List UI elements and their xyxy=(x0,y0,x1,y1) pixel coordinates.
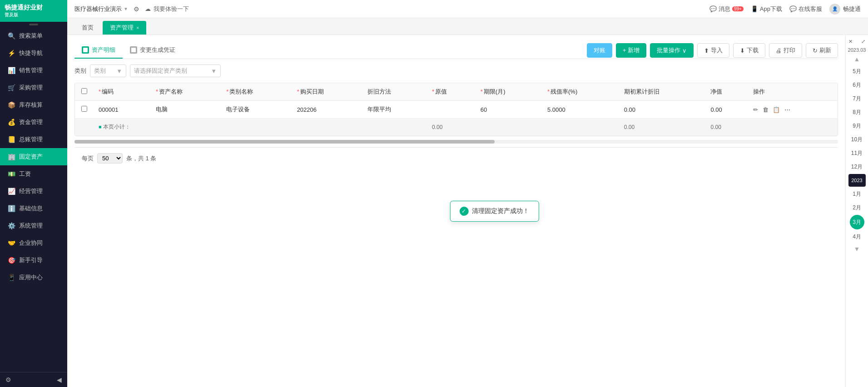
sub-tabs-left: 资产明细 变更生成凭证 xyxy=(74,42,183,59)
refresh-icon: ↻ xyxy=(813,47,818,54)
calendar-month-12[interactable]: 12月 xyxy=(849,160,865,173)
category-filter-input[interactable]: 请选择固定资产类别 ▼ xyxy=(130,64,221,77)
finance-icon: 💰 xyxy=(7,118,15,126)
more-icon[interactable]: ⋯ xyxy=(784,106,790,113)
toolbar-right: 对账 + 新增 批量操作 ∨ ⬆ 导入 ⬇ 下载 xyxy=(587,43,838,58)
user-info[interactable]: 👤 畅捷通 xyxy=(829,4,861,15)
pagination: 每页 50 100 200 条，共 1 条 xyxy=(74,147,838,169)
company-selector[interactable]: 医疗器械行业演示 ▼ xyxy=(74,5,128,13)
sidebar-item-guide[interactable]: 🎯 新手引导 xyxy=(0,252,67,269)
calendar-month-8[interactable]: 8月 xyxy=(849,106,865,119)
tab-home-label: 首页 xyxy=(82,24,94,32)
sidebar-item-system[interactable]: ⚙️ 系统管理 xyxy=(0,217,67,234)
download-button[interactable]: ⬇ 下载 xyxy=(733,43,765,58)
delete-icon[interactable]: 🗑 xyxy=(763,106,769,113)
th-term: *期限(月) xyxy=(475,83,542,101)
th-initial-depreciation: 期初累计折旧 xyxy=(619,83,705,101)
calendar-month-9[interactable]: 9月 xyxy=(849,119,865,132)
calendar-month-11[interactable]: 11月 xyxy=(849,147,865,159)
message-label: 消息 xyxy=(719,5,730,13)
online-service-action[interactable]: 💬 在线客服 xyxy=(789,5,822,13)
row-checkbox[interactable] xyxy=(81,106,87,112)
sidebar-item-operations[interactable]: 📈 经营管理 xyxy=(0,183,67,200)
tab-home[interactable]: 首页 xyxy=(74,21,101,35)
sidebar-item-search[interactable]: 🔍 搜索菜单 xyxy=(0,27,67,45)
batch-chevron-icon: ∨ xyxy=(682,47,687,54)
sidebar-item-payroll[interactable]: 💵 工资 xyxy=(0,165,67,183)
calendar-down-arrow[interactable]: ▼ xyxy=(852,243,862,254)
calendar-month-6[interactable]: 6月 xyxy=(849,79,865,91)
import-button[interactable]: ⬆ 导入 xyxy=(697,43,729,58)
calendar-up-arrow[interactable]: ▲ xyxy=(852,54,862,64)
header-settings-icon[interactable]: ⚙ xyxy=(134,5,139,13)
sidebar-item-basic-info[interactable]: ℹ️ 基础信息 xyxy=(0,200,67,217)
category-select-placeholder: 类别 xyxy=(94,67,106,75)
operations-icon: 📈 xyxy=(7,187,15,195)
reconcile-button[interactable]: 对账 xyxy=(587,43,612,58)
app-download-action[interactable]: 📱 App下载 xyxy=(751,5,782,13)
row-depreciation: 年限平均 xyxy=(362,101,427,119)
calendar-month-2[interactable]: 2月 xyxy=(849,201,865,214)
online-service-label: 在线客服 xyxy=(799,5,822,13)
sidebar-bottom: ⚙ ◀ xyxy=(0,372,67,387)
sidebar-item-enterprise[interactable]: 🤝 企业协同 xyxy=(0,234,67,252)
select-all-checkbox[interactable] xyxy=(81,88,87,94)
calendar-month-5[interactable]: 5月 xyxy=(849,65,865,78)
batch-ops-button[interactable]: 批量操作 ∨ xyxy=(650,43,694,58)
row-code: 000001 xyxy=(93,101,150,119)
calendar-month-10[interactable]: 10月 xyxy=(849,133,865,146)
collapse-icon[interactable]: ◀ xyxy=(57,376,62,383)
svg-rect-1 xyxy=(131,48,136,52)
print-button[interactable]: 🖨 打印 xyxy=(769,43,802,58)
tab-asset-management[interactable]: 资产管理 × xyxy=(103,21,146,35)
th-checkbox xyxy=(75,83,93,101)
row-actions: ✏ 🗑 📋 ⋯ xyxy=(748,101,838,119)
row-name: 电脑 xyxy=(150,101,221,119)
experience-button[interactable]: ☁ 我要体验一下 xyxy=(145,5,189,13)
category-filter-select[interactable]: 类别 ▼ xyxy=(90,64,126,77)
calendar-month-4[interactable]: 4月 xyxy=(849,230,865,243)
row-purchase-date: 202206 xyxy=(292,101,362,119)
copy-icon[interactable]: 📋 xyxy=(773,106,780,113)
ledger-icon: 📒 xyxy=(7,135,15,144)
sidebar-item-ledger[interactable]: 📒 总账管理 xyxy=(0,131,67,148)
apps-icon: 📱 xyxy=(7,273,15,282)
sidebar-item-purchase[interactable]: 🛒 采购管理 xyxy=(0,79,67,96)
scrollbar-thumb xyxy=(74,140,495,144)
sidebar-item-sales[interactable]: 📊 销售管理 xyxy=(0,62,67,79)
tab-close-icon[interactable]: × xyxy=(136,25,139,30)
message-action[interactable]: 💬 消息 99+ xyxy=(709,5,744,13)
sidebar-item-finance[interactable]: 💰 资金管理 xyxy=(0,114,67,131)
edit-icon[interactable]: ✏ xyxy=(753,106,758,113)
top-header: 医疗器械行业演示 ▼ ⚙ ☁ 我要体验一下 💬 消息 99+ 📱 App下载 💬… xyxy=(67,0,868,18)
sub-tab-change-voucher[interactable]: 变更生成凭证 xyxy=(123,42,183,59)
calendar-month-1[interactable]: 1月 xyxy=(849,188,865,200)
settings-icon[interactable]: ⚙ xyxy=(5,376,11,383)
success-message: 清理固定资产成功！ xyxy=(472,207,529,215)
sidebar-item-quick-nav[interactable]: ⚡ 快捷导航 xyxy=(0,45,67,62)
calendar-month-3-active[interactable]: 3月 xyxy=(850,215,864,229)
expand-panel-icon[interactable]: ⤢ xyxy=(861,39,865,45)
payroll-icon: 💵 xyxy=(7,170,15,178)
sidebar-item-inventory[interactable]: 📦 库存核算 xyxy=(0,96,67,114)
sidebar-item-fixed-assets[interactable]: 🏢 固定资产 xyxy=(0,148,67,165)
sidebar-item-label: 销售管理 xyxy=(19,66,43,74)
new-button[interactable]: + 新增 xyxy=(616,43,646,58)
sidebar-item-apps[interactable]: 📱 应用中心 xyxy=(0,269,67,286)
asset-detail-icon xyxy=(82,46,89,54)
per-page-select[interactable]: 50 100 200 xyxy=(97,153,123,164)
sub-tab-asset-detail[interactable]: 资产明细 xyxy=(74,42,123,59)
sidebar-item-label: 经营管理 xyxy=(19,187,43,195)
right-panel-calendar: ✕ ⤢ 2023.03 ▲ 5月 6月 7月 8月 9月 10月 11月 12月… xyxy=(845,35,868,387)
tab-asset-label: 资产管理 xyxy=(110,24,134,32)
subtotal-original: 0.00 xyxy=(427,119,475,136)
subtotal-row: ■ 本页小计： 0.00 0.00 0.00 xyxy=(75,119,838,136)
sidebar-item-label: 搜索菜单 xyxy=(19,32,43,40)
calendar-month-7[interactable]: 7月 xyxy=(849,92,865,105)
th-net-value: 净值 xyxy=(705,83,747,101)
refresh-button[interactable]: ↻ 刷新 xyxy=(806,43,838,58)
search-icon: 🔍 xyxy=(7,32,15,40)
horizontal-scrollbar[interactable] xyxy=(74,140,838,144)
sales-icon: 📊 xyxy=(7,66,15,74)
close-panel-icon[interactable]: ✕ xyxy=(848,39,853,45)
